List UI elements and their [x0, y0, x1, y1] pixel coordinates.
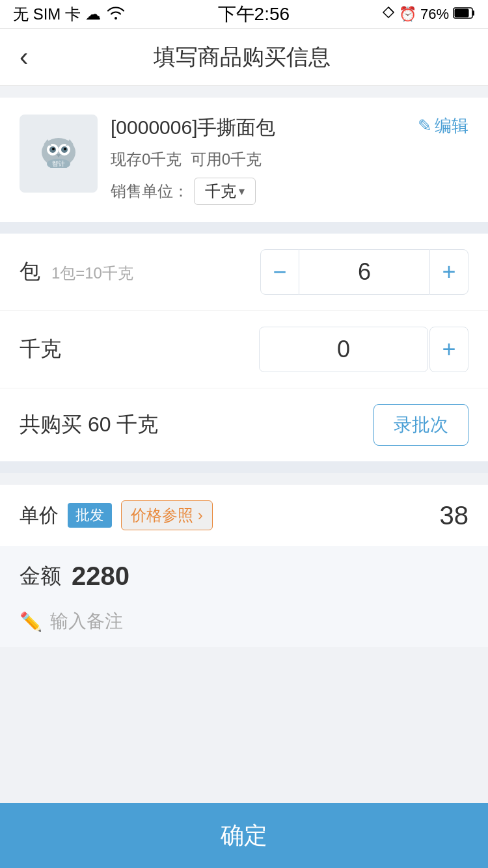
bao-quantity-input[interactable]	[299, 249, 429, 295]
section-divider-2	[0, 461, 488, 473]
product-card: 智计 [0000006]手撕面包 现存0千克 可用0千克 销售单位： 千克 ▾ …	[0, 98, 488, 222]
bao-label: 包 1包=10千克	[20, 258, 260, 286]
summary-text: 共购买 60 千克	[20, 411, 158, 439]
wifi-icon	[106, 5, 126, 23]
kg-plus-button[interactable]: +	[429, 327, 468, 372]
amount-row: 金额 2280	[20, 562, 468, 591]
product-name: [0000006]手撕面包	[111, 115, 405, 141]
price-value: 38	[440, 501, 469, 530]
bao-input-row: 包 1包=10千克 − +	[0, 234, 488, 311]
bao-sublabel: 1包=10千克	[51, 264, 133, 282]
price-label: 单价	[20, 502, 59, 529]
note-placeholder: 输入备注	[50, 609, 123, 634]
bao-plus-button[interactable]: +	[429, 249, 468, 295]
location-icon	[382, 6, 395, 23]
kg-input-row: 千克 +	[0, 311, 488, 388]
nav-bar: ‹ 填写商品购买信息	[0, 29, 488, 86]
amount-label: 金额	[20, 562, 61, 591]
status-left: 无 SIM 卡 ☁	[13, 4, 126, 25]
bottom-space	[0, 647, 488, 829]
unit-selector[interactable]: 千克 ▾	[194, 178, 256, 205]
kg-label: 千克	[20, 335, 259, 364]
status-bar: 无 SIM 卡 ☁ 下午2:56 ⏰ 76%	[0, 0, 488, 29]
page-title: 填写商品购买信息	[41, 42, 442, 72]
product-thumbnail: 智计	[20, 115, 98, 193]
confirm-button-label: 确定	[221, 820, 267, 852]
status-right: ⏰ 76%	[382, 6, 475, 23]
alarm-icon: ⏰	[399, 6, 416, 23]
price-section: 单价 批发 价格参照 › 38	[0, 485, 488, 546]
confirm-bar[interactable]: 确定	[0, 803, 488, 868]
svg-point-8	[52, 148, 55, 150]
battery-icon	[453, 6, 475, 23]
section-divider-1	[0, 222, 488, 234]
price-reference-button[interactable]: 价格参照 ›	[121, 500, 213, 530]
product-info: [0000006]手撕面包 现存0千克 可用0千克 销售单位： 千克 ▾	[111, 115, 405, 205]
back-button[interactable]: ‹	[20, 42, 28, 72]
input-section: 包 1包=10千克 − + 千克 +	[0, 234, 488, 388]
battery-percent: 76%	[420, 6, 449, 23]
edit-icon: ✎	[418, 116, 432, 136]
product-image-placeholder: 智计	[36, 131, 81, 176]
note-icon: ✏️	[20, 611, 42, 632]
bao-quantity-control: − +	[260, 249, 468, 295]
no-sim-text: 无 SIM 卡 ☁	[13, 4, 101, 25]
kg-quantity-control: +	[259, 327, 468, 372]
amount-value: 2280	[72, 562, 129, 591]
svg-text:智计: 智计	[52, 160, 65, 167]
summary-row: 共购买 60 千克 录批次	[0, 388, 488, 461]
product-stock: 现存0千克 可用0千克	[111, 149, 405, 170]
kg-quantity-input[interactable]	[259, 327, 428, 372]
bao-minus-button[interactable]: −	[260, 249, 299, 295]
edit-button[interactable]: ✎ 编辑	[418, 115, 468, 137]
status-time: 下午2:56	[218, 2, 290, 27]
svg-rect-1	[472, 10, 474, 16]
unit-dropdown-arrow: ▾	[239, 184, 245, 198]
svg-rect-2	[455, 8, 469, 17]
svg-point-9	[64, 148, 66, 150]
price-type-badge: 批发	[68, 503, 112, 528]
product-unit-row: 销售单位： 千克 ▾	[111, 178, 405, 205]
amount-section: 金额 2280 ✏️ 输入备注	[0, 546, 488, 647]
note-row[interactable]: ✏️ 输入备注	[20, 604, 468, 639]
batch-button[interactable]: 录批次	[373, 404, 468, 446]
